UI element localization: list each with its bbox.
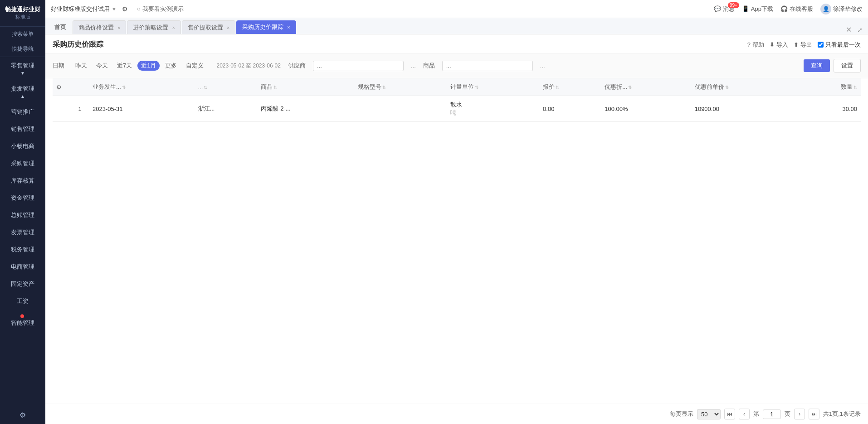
sidebar-item-wholesale[interactable]: 批发管理 ▲ [0,80,45,103]
settings-icon[interactable]: ⚙ [2,411,44,419]
user-menu[interactable]: 👤 徐泽华修改 [820,4,863,14]
tab-cost-strategy[interactable]: 进价策略设置 × [127,20,180,34]
sidebar-item-smart[interactable]: 智能管理 [0,310,45,332]
sidebar-item-sales[interactable]: 销售管理 [0,120,45,138]
product-more[interactable]: ... [540,63,545,69]
th-no [71,78,89,96]
sidebar: 畅捷通好业财 标准版 搜索菜单 快捷导航 零售管理 ▼ 批发管理 ▲ 营销推广 … [0,0,45,424]
sidebar-item-ecommerce[interactable]: 电商管理 [0,258,45,275]
sidebar-item-ecommerce-small[interactable]: 小畅电商 [0,138,45,155]
page-next-btn[interactable]: › [794,409,805,419]
tab-bar-close-icon[interactable]: ✕ [844,25,853,34]
online-service-label: 在线客服 [790,5,813,13]
chevron-icon: ▼ [20,71,25,76]
tab-purchase-history[interactable]: 采购历史价跟踪 × [236,20,296,34]
sort-icon: ⇅ [475,85,478,90]
table-container: ⚙ 业务发生...⇅ ...⇅ 商品⇅ 规格型号⇅ 计量单位⇅ 报价⇅ 优惠折.… [45,78,868,404]
import-btn[interactable]: ⬇ 导入 [770,41,788,49]
date-btn-custom[interactable]: 自定义 [182,61,207,71]
sidebar-item-quicknav[interactable]: 快捷导航 [0,42,45,57]
only-last-checkbox[interactable] [818,42,824,48]
td-supplier: 浙江... [195,96,257,122]
sidebar-item-finance[interactable]: 资金管理 [0,189,45,207]
th-unit[interactable]: 计量单位⇅ [447,78,539,96]
tab-sale-extract[interactable]: 售价提取设置 × [182,20,235,34]
tab-cost-close[interactable]: × [172,25,175,30]
sort-icon: ⇅ [382,85,386,90]
product-selector[interactable]: 好业财标准版交付试用 ▼ [51,5,117,13]
sort-icon: ⇅ [725,85,729,90]
sidebar-item-retail[interactable]: 零售管理 ▼ [0,57,45,80]
date-btn-today[interactable]: 今天 [93,61,112,71]
sidebar-item-fixed-assets[interactable]: 固定资产 [0,275,45,293]
page-label: 第 [753,410,759,418]
product-input[interactable] [442,61,533,71]
date-btn-1month[interactable]: 近1月 [137,61,160,71]
tab-purchase-label: 采购历史价跟踪 [242,23,283,31]
th-settings[interactable]: ⚙ [53,78,71,96]
sort-icon: ⇅ [853,85,857,90]
headset-icon: 🎧 [780,5,788,12]
column-settings-icon[interactable]: ⚙ [56,84,62,91]
sort-icon: ⇅ [122,85,126,90]
th-price[interactable]: 报价⇅ [539,78,601,96]
sidebar-item-search[interactable]: 搜索菜单 [0,27,45,42]
th-quantity[interactable]: 数量⇅ [799,78,861,96]
sidebar-item-marketing[interactable]: 营销推广 [0,103,45,120]
topbar-settings-icon[interactable]: ⚙ [120,4,130,14]
query-button[interactable]: 查询 [804,59,830,72]
page-actions: ? 帮助 ⬇ 导入 ⬆ 导出 只看最后一次 [747,41,861,49]
td-pre-discount-price: 10900.00 [691,96,799,122]
sidebar-item-procurement[interactable]: 采购管理 [0,155,45,172]
page-number-input[interactable] [763,410,781,419]
per-page-select[interactable]: 50 100 200 [697,409,721,419]
page-prev-btn[interactable]: ‹ [739,409,750,419]
sidebar-item-inventory[interactable]: 库存核算 [0,172,45,189]
export-label: 导出 [800,41,812,49]
tab-price-close[interactable]: × [117,25,120,30]
sidebar-item-tax[interactable]: 税务管理 [0,241,45,258]
th-more[interactable]: ...⇅ [195,78,257,96]
pagination: 每页显示 50 100 200 ⏮ ‹ 第 页 › ⏭ 共1页,1条记录 [45,404,868,424]
supplier-more[interactable]: ... [411,63,416,69]
date-btn-yesterday[interactable]: 昨天 [72,61,91,71]
td-quantity: 30.00 [799,96,861,122]
sidebar-item-invoice[interactable]: 发票管理 [0,224,45,241]
sidebar-item-payroll[interactable]: 工资 [0,293,45,310]
page-total: 共1页,1条记录 [823,410,861,418]
chevron-icon: ▲ [20,94,25,99]
product-name: 好业财标准版交付试用 [51,5,110,13]
tab-bar-expand-icon[interactable]: ⤢ [855,26,864,34]
date-btn-more[interactable]: 更多 [161,61,180,71]
filter-actions: 查询 设置 [804,59,861,72]
tab-purchase-close[interactable]: × [287,24,290,30]
main-area: 好业财标准版交付试用 ▼ ⚙ ○ 我要看实例演示 💬 消息 99+ 📱 App下… [45,0,868,424]
import-icon: ⬇ [770,41,775,48]
th-pre-discount[interactable]: 优惠前单价⇅ [691,78,799,96]
help-btn[interactable]: ? 帮助 [747,41,764,49]
tab-home[interactable]: 首页 [49,20,72,34]
tab-sale-close[interactable]: × [227,25,229,30]
tab-sale-label: 售价提取设置 [188,24,223,32]
app-download-btn[interactable]: 📱 App下载 [742,5,773,13]
date-btn-7days[interactable]: 近7天 [113,61,136,71]
supplier-input[interactable] [313,61,404,71]
demo-link[interactable]: ○ 我要看实例演示 [137,5,184,13]
settings-button[interactable]: 设置 [834,59,861,72]
td-product: 丙烯酸-2-... [257,96,354,122]
th-discount[interactable]: 优惠折...⇅ [601,78,691,96]
topbar-right: 💬 消息 99+ 📱 App下载 🎧 在线客服 👤 徐泽华修改 [714,4,863,14]
th-product[interactable]: 商品⇅ [257,78,354,96]
sidebar-item-ledger[interactable]: 总账管理 [0,207,45,224]
messages-btn[interactable]: 💬 消息 99+ [714,5,735,13]
tab-price-settings[interactable]: 商品价格设置 × [73,20,126,34]
sidebar-bottom: ⚙ [0,406,45,424]
page-last-btn[interactable]: ⏭ [809,409,819,419]
online-service-btn[interactable]: 🎧 在线客服 [780,5,813,13]
th-date[interactable]: 业务发生...⇅ [89,78,195,96]
app-download-label: App下载 [751,5,773,13]
export-btn[interactable]: ⬆ 导出 [794,41,812,49]
smart-dot [20,314,24,318]
th-spec[interactable]: 规格型号⇅ [354,78,447,96]
page-first-btn[interactable]: ⏮ [724,409,735,419]
